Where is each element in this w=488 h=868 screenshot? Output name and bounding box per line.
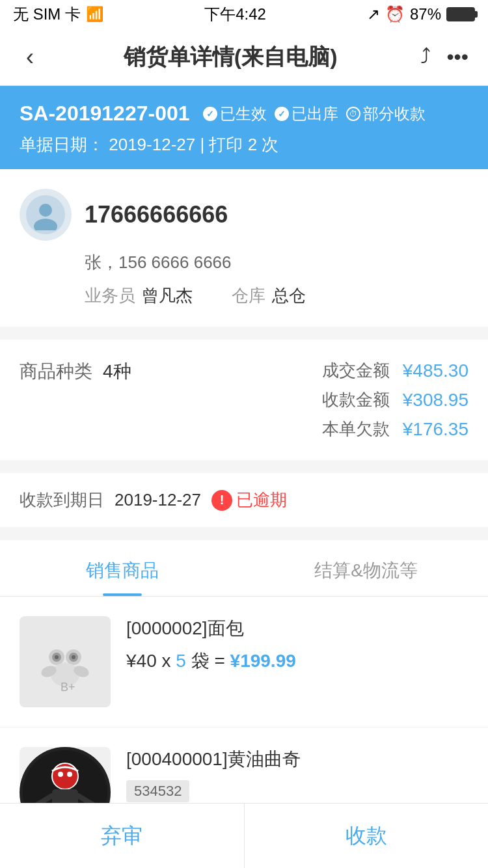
due-date-section: 收款到期日 2019-12-27 ! 已逾期 <box>0 473 488 527</box>
wifi-icon: 📶 <box>86 6 103 23</box>
product-item-1: B+ [0000002]面包 ¥40 x 5 袋 = ¥199.99 <box>0 597 488 727</box>
overdue-alert-icon: ! <box>211 490 232 511</box>
location-icon: ↗ <box>367 5 380 23</box>
abandon-label: 弃审 <box>101 822 142 850</box>
tab-settlement[interactable]: 结算&物流等 <box>244 540 488 596</box>
customer-section: 17666666666 张，156 6666 6666 业务员 曾凡杰 仓库 总… <box>0 169 488 327</box>
warehouse-name: 总仓 <box>272 284 306 307</box>
svg-point-21 <box>58 772 63 777</box>
tab-products-label: 销售商品 <box>86 560 159 580</box>
debt-amount-row: 本单欠款 ¥176.35 <box>322 418 468 441</box>
battery-icon <box>446 7 475 21</box>
svg-text:B+: B+ <box>61 681 75 691</box>
collect-button[interactable]: 收款 <box>245 804 489 868</box>
debt-amount-label: 本单欠款 <box>322 418 390 441</box>
status-right: ↗ ⏰ 87% <box>367 5 475 23</box>
product-multiply-1: x <box>162 651 176 671</box>
tabs-section: 销售商品 结算&物流等 <box>0 540 488 597</box>
due-date-label: 收款到期日 <box>20 489 104 511</box>
product-type-stat: 商品种类 4种 <box>20 359 131 384</box>
avatar-person-icon <box>26 195 65 234</box>
status-badges: ✓ 已生效 ✓ 已出库 ⏱ 部分收款 <box>203 103 426 124</box>
clock-icon: ⏱ <box>346 107 360 121</box>
status-left: 无 SIM 卡 📶 <box>13 4 103 25</box>
share-icon[interactable]: ⤴ <box>420 45 431 69</box>
print-label: | 打印 <box>200 135 243 154</box>
collect-label: 收款 <box>346 822 387 850</box>
sales-meta: 业务员 曾凡杰 <box>85 284 193 307</box>
sales-name: 曾凡杰 <box>142 284 193 307</box>
carrier-text: 无 SIM 卡 <box>13 4 81 25</box>
deal-amount-row: 成交金额 ¥485.30 <box>322 359 468 382</box>
overdue-text: 已逾期 <box>236 489 287 511</box>
battery-text: 87% <box>410 5 441 23</box>
product-type-label: 商品种类 <box>20 359 92 384</box>
customer-sub-info: 张，156 6666 6666 <box>85 251 468 274</box>
warehouse-label: 仓库 <box>232 284 265 307</box>
product-price-1: ¥40 x 5 袋 = ¥199.99 <box>126 649 468 673</box>
nav-right-actions: ⤴ ••• <box>420 45 468 69</box>
overdue-badge: ! 已逾期 <box>211 489 287 511</box>
date-label: 单据日期： <box>20 135 104 154</box>
svg-point-1 <box>34 219 57 230</box>
back-button[interactable]: ‹ <box>20 37 40 77</box>
debt-amount-value: ¥176.35 <box>403 419 468 440</box>
more-icon[interactable]: ••• <box>446 45 468 69</box>
warehouse-meta: 仓库 总仓 <box>232 284 306 307</box>
tab-settlement-label: 结算&物流等 <box>314 560 418 580</box>
status-effective: ✓ 已生效 <box>203 103 267 124</box>
check-icon-1: ✓ <box>203 107 217 121</box>
order-date: 2019-12-27 <box>109 135 195 154</box>
sales-label: 业务员 <box>85 284 135 307</box>
product-name-2: [000400001]黄油曲奇 <box>126 747 468 772</box>
status-partial-text: 部分收款 <box>363 103 426 124</box>
product-info-1: [0000002]面包 ¥40 x 5 袋 = ¥199.99 <box>126 616 468 673</box>
receipt-amount-value: ¥308.95 <box>403 390 468 411</box>
divider-1 <box>0 333 488 340</box>
divider-2 <box>0 467 488 473</box>
product-type-value: 4种 <box>103 359 131 384</box>
status-shipped-text: 已出库 <box>291 103 338 124</box>
product-tag-2: 534532 <box>126 780 189 802</box>
tab-products[interactable]: 销售商品 <box>0 540 244 596</box>
order-header-banner: SA-20191227-001 ✓ 已生效 ✓ 已出库 ⏱ 部分收款 单据日期：… <box>0 86 488 169</box>
svg-point-22 <box>67 772 72 777</box>
status-shipped: ✓ 已出库 <box>275 103 338 124</box>
stats-section: 商品种类 4种 成交金额 ¥485.30 收款金额 ¥308.95 本单欠款 ¥… <box>0 340 488 460</box>
deal-amount-label: 成交金额 <box>322 359 390 382</box>
amount-stats: 成交金额 ¥485.30 收款金额 ¥308.95 本单欠款 ¥176.35 <box>322 359 468 441</box>
print-unit: 次 <box>262 135 278 154</box>
print-count: 2 <box>248 135 257 154</box>
product-equals-1: = <box>214 651 230 671</box>
alarm-icon: ⏰ <box>385 5 405 23</box>
status-bar: 无 SIM 卡 📶 下午4:42 ↗ ⏰ 87% <box>0 0 488 29</box>
customer-account-id: 17666666666 <box>85 201 228 228</box>
order-date-row: 单据日期： 2019-12-27 | 打印 2 次 <box>20 133 468 156</box>
page-title: 销货单详情(来自电脑) <box>124 42 338 72</box>
product-total-1: ¥199.99 <box>230 651 296 671</box>
product-base-price-1: ¥40 <box>126 651 157 671</box>
receipt-amount-label: 收款金额 <box>322 388 390 411</box>
svg-point-7 <box>72 655 75 659</box>
nav-bar: ‹ 销货单详情(来自电脑) ⤴ ••• <box>0 29 488 86</box>
deal-amount-value: ¥485.30 <box>403 360 468 381</box>
check-icon-2: ✓ <box>275 107 289 121</box>
divider-3 <box>0 534 488 540</box>
svg-point-0 <box>39 204 52 217</box>
product-thumb-1: B+ <box>20 616 111 707</box>
product-unit-1: 袋 <box>191 651 210 671</box>
bottom-bar: 弃审 收款 <box>0 803 488 868</box>
product-name-1: [0000002]面包 <box>126 616 468 641</box>
abandon-button[interactable]: 弃审 <box>0 804 245 868</box>
customer-meta: 业务员 曾凡杰 仓库 总仓 <box>85 284 468 307</box>
product-qty-1: 5 <box>176 651 186 671</box>
status-effective-text: 已生效 <box>220 103 267 124</box>
svg-point-6 <box>55 655 59 659</box>
due-date-value: 2019-12-27 <box>115 490 201 510</box>
customer-avatar <box>20 189 72 241</box>
status-partial-payment: ⏱ 部分收款 <box>346 103 426 124</box>
product-placeholder-1: B+ <box>20 616 111 707</box>
status-time: 下午4:42 <box>204 4 266 25</box>
order-id: SA-20191227-001 <box>20 102 190 126</box>
receipt-amount-row: 收款金额 ¥308.95 <box>322 388 468 411</box>
